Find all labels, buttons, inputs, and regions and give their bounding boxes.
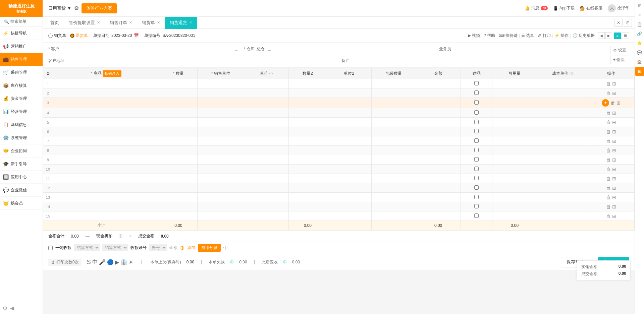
unit2-cell-11[interactable]	[327, 174, 371, 183]
user-profile[interactable]: 人 徐泽华	[608, 4, 629, 12]
avail-cell-3[interactable]	[492, 98, 537, 108]
right-icon-3[interactable]: 📋	[635, 20, 644, 29]
unit-cell-10[interactable]	[198, 165, 244, 174]
amount-cell-4[interactable]	[416, 108, 461, 118]
gift-cell-4[interactable]	[461, 108, 492, 118]
tab-home[interactable]: 首页	[46, 17, 64, 29]
costprice-cell-10[interactable]	[537, 165, 588, 174]
pkgqty-cell-12[interactable]	[371, 183, 416, 193]
gift-cell-7[interactable]	[461, 136, 492, 146]
amount-cell-15[interactable]	[416, 211, 461, 221]
qty-cell-7[interactable]	[159, 136, 198, 146]
qty2-cell-3[interactable]	[288, 98, 327, 108]
operate-link[interactable]: ⚡ 操作	[554, 33, 569, 39]
unit-cell-14[interactable]	[198, 202, 244, 211]
experience-button[interactable]: 体验行业方案	[82, 3, 117, 13]
copy-row-icon-11[interactable]: ⊞	[612, 176, 616, 181]
qty-cell-13[interactable]	[159, 193, 198, 202]
tab-sales-return[interactable]: 销货退货 ✕	[165, 17, 197, 29]
costprice-cell-9[interactable]	[537, 155, 588, 165]
amount-cell-1[interactable]	[416, 79, 461, 88]
avail-cell-2[interactable]	[492, 88, 537, 98]
amount-cell-8[interactable]	[416, 146, 461, 155]
section-dropdown[interactable]: 日用百货 ▼	[48, 5, 71, 11]
product-cell-13[interactable]	[53, 193, 159, 202]
tool-icon-6[interactable]: 👔	[120, 259, 127, 265]
sidebar-item-apps[interactable]: 🔲 应用中心	[0, 171, 43, 184]
tab-sales[interactable]: 销货单 ✕	[137, 17, 165, 29]
add-row-button[interactable]: +	[602, 99, 609, 107]
copy-row-icon-14[interactable]: ⊞	[612, 204, 616, 209]
delete-row-icon-12[interactable]: 🗑	[606, 185, 611, 191]
radio-sale-input[interactable]	[48, 34, 53, 38]
delete-row-icon-11[interactable]: 🗑	[606, 176, 611, 181]
gift-cell-5[interactable]	[461, 118, 492, 127]
product-cell-5[interactable]	[53, 118, 159, 127]
sidebar-item-inventory[interactable]: 📦 库存核算	[0, 79, 43, 92]
gift-checkbox-15[interactable]	[474, 213, 479, 218]
costprice-cell-6[interactable]	[537, 127, 588, 136]
qty2-cell-15[interactable]	[288, 211, 327, 221]
gift-cell-9[interactable]	[461, 155, 492, 165]
gift-checkbox-2[interactable]	[474, 90, 479, 95]
costprice-cell-14[interactable]	[537, 202, 588, 211]
grid-view-button[interactable]: ⊞	[622, 33, 629, 39]
amount-cell-11[interactable]	[416, 174, 461, 183]
delete-row-icon-14[interactable]: 🗑	[606, 204, 611, 209]
gift-cell-3[interactable]	[461, 98, 492, 108]
pkgqty-cell-5[interactable]	[371, 118, 416, 127]
costprice-cell-3[interactable]	[537, 98, 588, 108]
gift-cell-6[interactable]	[461, 127, 492, 136]
gift-checkbox-1[interactable]	[474, 81, 479, 85]
avail-cell-13[interactable]	[492, 193, 537, 202]
copy-row-icon-8[interactable]: ⊞	[612, 148, 616, 153]
pkgqty-cell-1[interactable]	[371, 79, 416, 88]
tool-icon-4[interactable]: 🔵	[107, 259, 114, 265]
sidebar-item-operations[interactable]: 📊 经营管理	[0, 105, 43, 118]
tab-price-settings[interactable]: 售价提取设置 ✕	[64, 17, 105, 29]
delete-row-icon-9[interactable]: 🗑	[606, 157, 611, 163]
costprice-cell-15[interactable]	[537, 211, 588, 221]
gift-cell-14[interactable]	[461, 202, 492, 211]
qty-cell-11[interactable]	[159, 174, 198, 183]
search-menu-item[interactable]: 🔍 搜索菜单	[0, 17, 43, 27]
gift-cell-15[interactable]	[461, 211, 492, 221]
qty-cell-1[interactable]	[159, 79, 198, 88]
unit-cell-7[interactable]	[198, 136, 244, 146]
avail-cell-14[interactable]	[492, 202, 537, 211]
pkgqty-cell-2[interactable]	[371, 88, 416, 98]
gift-checkbox-12[interactable]	[474, 185, 479, 190]
app-download-button[interactable]: 📱 App下载	[553, 5, 575, 11]
delete-row-icon-1[interactable]: 🗑	[606, 81, 611, 86]
right-icon-6[interactable]: 💬	[635, 48, 644, 57]
amount-cell-5[interactable]	[416, 118, 461, 127]
product-cell-7[interactable]	[53, 136, 159, 146]
pkgqty-cell-7[interactable]	[371, 136, 416, 146]
qty-cell-3[interactable]	[159, 98, 198, 108]
gift-checkbox-5[interactable]	[474, 120, 479, 124]
th-settings[interactable]: ⚙	[43, 68, 53, 79]
cash-discount-info-icon[interactable]: ⓘ	[119, 234, 122, 239]
unit2-cell-15[interactable]	[327, 211, 371, 221]
sidebar-settings-icon[interactable]: ⚙	[3, 305, 7, 311]
pkgqty-cell-15[interactable]	[371, 211, 416, 221]
qty2-cell-8[interactable]	[288, 146, 327, 155]
qty-cell-10[interactable]	[159, 165, 198, 174]
product-cell-1[interactable]	[53, 79, 159, 88]
product-cell-8[interactable]	[53, 146, 159, 155]
unit2-cell-12[interactable]	[327, 183, 371, 193]
address-input[interactable]	[66, 58, 331, 64]
amount-cell-9[interactable]	[416, 155, 461, 165]
add-payment-label[interactable]: 添加	[187, 245, 195, 251]
delete-row-icon-7[interactable]: 🗑	[606, 138, 611, 144]
sidebar-item-purchase[interactable]: 🛒 采购管理	[0, 66, 43, 79]
unit-cell-9[interactable]	[198, 155, 244, 165]
pkgqty-cell-8[interactable]	[371, 146, 416, 155]
gift-checkbox-13[interactable]	[474, 195, 479, 199]
amount-cell-6[interactable]	[416, 127, 461, 136]
avail-cell-1[interactable]	[492, 79, 537, 88]
unit-cell-6[interactable]	[198, 127, 244, 136]
qty2-cell-14[interactable]	[288, 202, 327, 211]
product-cell-9[interactable]	[53, 155, 159, 165]
qty-cell-5[interactable]	[159, 118, 198, 127]
